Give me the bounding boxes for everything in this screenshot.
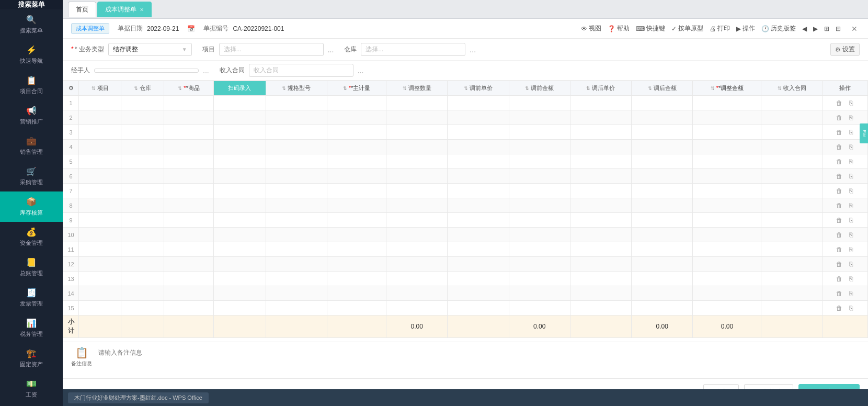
cell-before-amount[interactable] xyxy=(509,213,570,228)
cell-warehouse[interactable] xyxy=(121,184,164,198)
operate-action[interactable]: ▶ 操作 xyxy=(736,24,755,33)
delete-row-button[interactable]: 🗑 xyxy=(835,260,844,269)
cell-scan[interactable] xyxy=(214,125,266,140)
cell-before-price[interactable] xyxy=(448,257,509,272)
cell-scan[interactable] xyxy=(214,198,266,213)
cell-project[interactable] xyxy=(79,110,121,125)
cell-warehouse[interactable] xyxy=(121,110,164,125)
cell-income-contract[interactable] xyxy=(761,140,823,154)
copy-row-button[interactable]: ⎘ xyxy=(846,230,855,240)
cell-after-amount[interactable] xyxy=(632,213,693,228)
cell-before-amount[interactable] xyxy=(509,242,570,257)
delete-row-button[interactable]: 🗑 xyxy=(835,128,844,137)
cell-after-amount[interactable] xyxy=(632,125,693,140)
cell-project[interactable] xyxy=(79,140,121,154)
cell-project[interactable] xyxy=(79,272,121,286)
cell-before-price[interactable] xyxy=(448,198,509,213)
cell-income-contract[interactable] xyxy=(761,169,823,184)
cell-adjust-amount[interactable] xyxy=(693,184,761,198)
settings-button[interactable]: ⚙ 设置 xyxy=(830,43,860,56)
handler-input[interactable] xyxy=(94,69,199,73)
cell-after-price[interactable] xyxy=(570,198,631,213)
cell-product[interactable] xyxy=(164,286,213,301)
cell-spec[interactable] xyxy=(266,213,327,228)
cell-adjust-amount[interactable] xyxy=(693,198,761,213)
sidebar-item-purchase[interactable]: 🛒 采购管理 xyxy=(0,161,63,191)
cell-scan[interactable] xyxy=(214,286,266,301)
cell-before-amount[interactable] xyxy=(509,198,570,213)
project-select[interactable]: 选择... xyxy=(219,43,324,56)
delete-row-button[interactable]: 🗑 xyxy=(835,274,844,284)
cell-qty[interactable] xyxy=(386,228,448,242)
copy-row-button[interactable]: ⎘ xyxy=(846,157,855,166)
cell-project[interactable] xyxy=(79,169,121,184)
cell-qty[interactable] xyxy=(386,257,448,272)
cell-qty[interactable] xyxy=(386,125,448,140)
sidebar-item-inventory[interactable]: 📦 库存核算 xyxy=(0,191,63,222)
sidebar-item-search[interactable]: 🔍 搜索菜单 xyxy=(0,9,63,40)
cell-project[interactable] xyxy=(79,154,121,169)
cell-before-amount[interactable] xyxy=(509,301,570,315)
cell-before-amount[interactable] xyxy=(509,272,570,286)
cell-warehouse[interactable] xyxy=(121,198,164,213)
cell-scan[interactable] xyxy=(214,169,266,184)
cell-before-amount[interactable] xyxy=(509,140,570,154)
delete-row-button[interactable]: 🗑 xyxy=(835,230,844,240)
cell-income-contract[interactable] xyxy=(761,110,823,125)
cell-product[interactable] xyxy=(164,184,213,198)
delete-row-button[interactable]: 🗑 xyxy=(835,157,844,166)
copy-row-button[interactable]: ⎘ xyxy=(846,216,855,225)
cell-warehouse[interactable] xyxy=(121,257,164,272)
cell-after-amount[interactable] xyxy=(632,140,693,154)
sidebar-item-quicknav[interactable]: ⚡ 快速导航 xyxy=(0,40,63,70)
copy-row-button[interactable]: ⎘ xyxy=(846,245,855,254)
taskbar-item[interactable]: 木门行业好业财处理方案-墨红红.doc - WPS Office xyxy=(68,392,209,403)
cell-after-price[interactable] xyxy=(570,169,631,184)
cell-adjust-amount[interactable] xyxy=(693,125,761,140)
delete-row-button[interactable]: 🗑 xyxy=(835,172,844,181)
cell-spec[interactable] xyxy=(266,140,327,154)
cell-after-amount[interactable] xyxy=(632,184,693,198)
cell-unit[interactable] xyxy=(327,272,386,286)
delete-row-button[interactable]: 🗑 xyxy=(835,186,844,196)
cell-scan[interactable] xyxy=(214,257,266,272)
print-action[interactable]: 🖨 打印 xyxy=(710,24,730,33)
cell-product[interactable] xyxy=(164,272,213,286)
delete-row-button[interactable]: 🗑 xyxy=(835,303,844,313)
tab-cost-adjust[interactable]: 成本调整单 ✕ xyxy=(97,2,152,17)
cell-before-amount[interactable] xyxy=(509,257,570,272)
delete-row-button[interactable]: 🗑 xyxy=(835,289,844,298)
cell-unit[interactable] xyxy=(327,110,386,125)
cell-product[interactable] xyxy=(164,257,213,272)
cell-warehouse[interactable] xyxy=(121,154,164,169)
tab-home[interactable]: 首页 xyxy=(68,2,96,17)
cell-unit[interactable] xyxy=(327,169,386,184)
cell-after-amount[interactable] xyxy=(632,272,693,286)
cell-after-amount[interactable] xyxy=(632,286,693,301)
cell-scan[interactable] xyxy=(214,272,266,286)
copy-row-button[interactable]: ⎘ xyxy=(846,274,855,284)
history-action[interactable]: 🕐 历史版签 xyxy=(761,24,796,33)
cell-unit[interactable] xyxy=(327,154,386,169)
cell-spec[interactable] xyxy=(266,242,327,257)
cell-before-price[interactable] xyxy=(448,301,509,315)
cell-income-contract[interactable] xyxy=(761,184,823,198)
cell-before-price[interactable] xyxy=(448,154,509,169)
cell-before-amount[interactable] xyxy=(509,286,570,301)
copy-row-button[interactable]: ⎘ xyxy=(846,303,855,313)
cell-spec[interactable] xyxy=(266,286,327,301)
cell-after-amount[interactable] xyxy=(632,154,693,169)
cell-product[interactable] xyxy=(164,228,213,242)
cell-spec[interactable] xyxy=(266,110,327,125)
cell-warehouse[interactable] xyxy=(121,213,164,228)
sidebar-logo[interactable]: 搜索菜单 xyxy=(0,0,63,9)
cell-product[interactable] xyxy=(164,198,213,213)
cell-unit[interactable] xyxy=(327,242,386,257)
cell-scan[interactable] xyxy=(214,213,266,228)
collapse-icon[interactable]: ⊟ xyxy=(836,25,841,32)
cell-qty[interactable] xyxy=(386,286,448,301)
cell-scan[interactable] xyxy=(214,140,266,154)
cell-income-contract[interactable] xyxy=(761,125,823,140)
cell-after-price[interactable] xyxy=(570,110,631,125)
sidebar-item-ops[interactable]: 📈 经营管理 xyxy=(0,404,63,406)
